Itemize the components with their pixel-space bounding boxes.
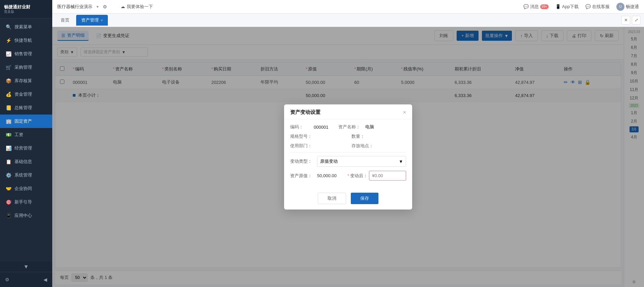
sidebar-item-label: 工资 [14,132,23,138]
modal-footer: 取消 保存 [284,189,412,210]
app-icon: 📱 [555,4,561,9]
search-icon: 🔍 [5,24,12,30]
fixedassets-icon: 🏢 [5,118,12,125]
company-name: 医疗器械行业演示 [57,4,92,10]
after-value-input[interactable] [369,171,406,181]
sidebar-item-salary[interactable]: 💵 工资 [0,128,52,141]
sidebar-item-fixedassets[interactable]: 🏢 固定资产 [0,115,52,128]
main-content: 医疗器械行业演示 ▼ ⚙ ☁ 我要体验一下 💬 消息 99+ 📱 App下载 💬… [52,0,644,287]
modal-overlay: 资产变动设置 × 编码： 000001 资产名称： 电脑 规格型号： 数量： [52,27,644,287]
modal-title: 资产变动设置 [290,109,320,116]
appcenter-icon: 📱 [5,212,12,219]
basicinfo-icon: 📋 [5,158,12,165]
topbar: 医疗器械行业演示 ▼ ⚙ ☁ 我要体验一下 💬 消息 99+ 📱 App下载 💬… [52,0,644,13]
sidebar-item-appcenter[interactable]: 📱 应用中心 [0,209,52,222]
sidebar-item-label: 应用中心 [14,213,32,219]
salary-icon: 💵 [5,131,12,138]
sidebar-item-enterprise[interactable]: 🤝 企业协同 [0,182,52,195]
topbar-right: 💬 消息 99+ 📱 App下载 💬 在线客服 U 畅捷通 [523,3,639,11]
modal-header: 资产变动设置 × [284,104,412,119]
operation-icon: 📊 [5,145,12,152]
tab-home[interactable]: 首页 [56,15,74,26]
msg-badge: 99+ [540,4,549,9]
modal-cancel-button[interactable]: 取消 [318,193,346,204]
quicknav-icon: ⚡ [5,37,12,44]
topbar-left: 医疗器械行业演示 ▼ ⚙ ☁ 我要体验一下 [57,4,153,10]
topbar-msg[interactable]: 💬 消息 99+ [523,4,549,10]
modal-body: 编码： 000001 资产名称： 电脑 规格型号： 数量： 使用部门： [284,119,412,189]
sidebar-item-label: 固定资产 [14,118,32,124]
sidebar-item-operation[interactable]: 📊 经营管理 [0,141,52,155]
enterprise-icon: 🤝 [5,185,12,192]
sidebar-item-label: 库存核算 [14,78,32,84]
sidebar-item-label: 快捷导航 [14,37,32,43]
topbar-user[interactable]: U 畅捷通 [616,3,639,11]
sidebar-item-inventory[interactable]: 📦 库存核算 [0,74,52,88]
guide-icon: 🎯 [5,199,12,205]
sidebar-item-basicinfo[interactable]: 📋 基础信息 [0,155,52,168]
change-type-select[interactable]: 原值变动 ▼ [317,156,406,167]
sidebar-item-system[interactable]: ⚙️ 系统管理 [0,168,52,182]
ledger-icon: 📒 [5,104,12,111]
modal-dept-row: 使用部门： 存放地点： [290,143,406,149]
sidebar-nav: 🔍 搜索菜单 ⚡ 快捷导航 📈 销售管理 🛒 采购管理 📦 库存核算 💰 资金管… [0,19,52,262]
sidebar-item-quicknav[interactable]: ⚡ 快捷导航 [0,34,52,47]
tabbar-right: ✕ ⤢ [621,16,641,25]
topbar-service[interactable]: 💬 在线客服 [585,4,610,10]
sidebar-logo-main: 畅捷通好业财 [4,4,30,10]
purchase-icon: 🛒 [5,64,12,71]
sidebar-item-sales[interactable]: 📈 销售管理 [0,47,52,61]
sidebar-logo-sub: 普及版 [4,10,30,14]
modal-change-type-row: 变动类型： 原值变动 ▼ [290,156,406,167]
tab-restore-icon[interactable]: ✕ [621,16,630,25]
sidebar-item-label: 搜索菜单 [14,24,32,30]
sidebar-item-ledger[interactable]: 📒 总账管理 [0,101,52,115]
page-body: ☰ 资产明细 📄 变更生成凭证 刘账 + 新增 批量操作 ▼ [52,27,644,287]
sidebar-header: 畅捷通好业财 普及版 [0,0,52,19]
inventory-icon: 📦 [5,77,12,84]
sidebar-item-label: 经营管理 [14,145,32,151]
modal-original-value: 50,000.00 [317,173,347,178]
sidebar-item-label: 企业协同 [14,186,32,192]
sidebar-logo: 畅捷通好业财 普及版 [4,4,30,14]
avatar: U [616,3,624,11]
settings-icon[interactable]: ⚙ [5,277,9,282]
sidebar-item-finance[interactable]: 💰 资金管理 [0,88,52,101]
msg-icon: 💬 [523,4,529,9]
topbar-app[interactable]: 📱 App下载 [555,4,579,10]
cloud-icon: ☁ [121,4,125,9]
sidebar-item-label: 基础信息 [14,159,32,165]
collapse-icon[interactable]: ◀ [43,277,47,282]
tab-close-icon[interactable]: × [101,18,103,22]
topbar-arrow-icon[interactable]: ▼ [96,5,99,9]
modal-divider [290,152,406,153]
finance-icon: 💰 [5,91,12,98]
modal-code-row: 编码： 000001 资产名称： 电脑 [290,124,406,130]
tab-asset-management[interactable]: 资产管理 × [76,15,108,26]
sidebar-scroll-down[interactable]: ▼ [0,262,52,272]
modal-save-button[interactable]: 保存 [351,193,378,204]
sidebar: 畅捷通好业财 普及版 🔍 搜索菜单 ⚡ 快捷导航 📈 销售管理 🛒 采购管理 📦… [0,0,52,287]
sidebar-item-label: 新手引导 [14,199,32,205]
sidebar-item-label: 采购管理 [14,64,32,70]
asset-change-modal: 资产变动设置 × 编码： 000001 资产名称： 电脑 规格型号： 数量： [284,104,412,210]
sidebar-item-label: 系统管理 [14,172,32,178]
modal-spec-row: 规格型号： 数量： [290,133,406,139]
sidebar-bottom: ⚙ ◀ [0,272,52,287]
sidebar-item-search[interactable]: 🔍 搜索菜单 [0,20,52,34]
system-icon: ⚙️ [5,172,12,179]
sales-icon: 📈 [5,51,12,57]
sidebar-item-purchase[interactable]: 🛒 采购管理 [0,61,52,74]
service-icon: 💬 [585,4,591,9]
modal-close-icon[interactable]: × [403,109,406,116]
sidebar-item-label: 资金管理 [14,91,32,97]
change-type-arrow-icon: ▼ [399,159,403,164]
tabbar: 首页 资产管理 × ✕ ⤢ [52,13,644,27]
tab-maximize-icon[interactable]: ⤢ [632,16,641,25]
topbar-experience[interactable]: ☁ 我要体验一下 [121,4,153,10]
modal-original-row: 资产原值： 50,000.00 * 变动后： [290,171,406,181]
sidebar-item-guide[interactable]: 🎯 新手引导 [0,195,52,209]
topbar-gear-icon[interactable]: ⚙ [103,4,107,9]
sidebar-item-label: 总账管理 [14,105,32,111]
sidebar-item-label: 销售管理 [14,51,32,57]
